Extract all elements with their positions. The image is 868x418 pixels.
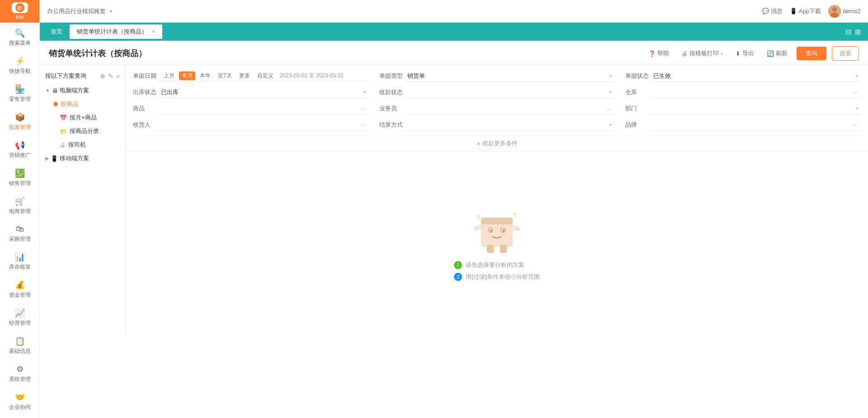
salesperson-dots-btn[interactable]: ···: [607, 105, 612, 112]
page-content: 销货单统计计表（按商品） ❓ 帮助 🖨 按模板打印 ▾ ⬇ 导出: [40, 41, 868, 418]
out-status-label: 出库状态: [133, 88, 158, 96]
edit-scheme-icon[interactable]: ✎: [108, 72, 113, 80]
out-status-select[interactable]: 已出库 ▾: [158, 86, 368, 98]
by-printer-label: 按司机: [68, 141, 86, 149]
date-custom-btn[interactable]: 自定义: [255, 71, 276, 80]
message-label: 消息: [771, 7, 783, 15]
tree-item-by-product[interactable]: 按商品: [40, 97, 125, 111]
logo-area: 好 标账: [0, 0, 39, 23]
sidebar-item-marketing-label: 营销推广: [9, 152, 31, 159]
tree-mobile-solution[interactable]: ▶ 📱 移动端方案: [40, 152, 125, 165]
sidebar-item-ecommerce-label: 电商管理: [9, 208, 31, 215]
empty-tip-2: 2 用[过滤]条件来缩小分析范围: [454, 273, 539, 281]
collapse-panel-icon[interactable]: «: [116, 72, 120, 80]
settings-btn[interactable]: 设置: [832, 46, 859, 61]
settlement-select[interactable]: ▾: [405, 119, 615, 131]
department-select[interactable]: ▾: [651, 103, 861, 114]
doc-status-select[interactable]: 已生效 ▾: [651, 70, 861, 82]
sidebar-item-inventory[interactable]: 📊 库存核算: [0, 247, 39, 275]
query-btn[interactable]: 查询: [797, 47, 826, 60]
brand-dots-btn[interactable]: ···: [853, 121, 858, 128]
tab-active[interactable]: 销货单统计计表（按商品） ×: [70, 24, 162, 39]
collapse-bar[interactable]: ∧ 收起更多条件: [133, 135, 861, 151]
date-range-display: 2023-03-01 至 2023-03-31: [280, 72, 344, 80]
sidebar-item-finance[interactable]: 💰 资金管理: [0, 275, 39, 303]
sidebar-item-search[interactable]: 🔍 搜索菜单: [0, 23, 39, 51]
svg-point-11: [490, 230, 491, 232]
help-btn[interactable]: ❓ 帮助: [645, 48, 673, 59]
receipt-status-select[interactable]: ▾: [405, 86, 615, 98]
workspace-dropdown-icon[interactable]: ▾: [109, 8, 113, 14]
sidebar-item-system[interactable]: ⚙ 系统管理: [0, 359, 39, 387]
filter-panel-actions: ⊕ ✎ «: [100, 72, 120, 80]
by-printer-icon: 🖨: [60, 142, 66, 148]
recipient-dots-btn[interactable]: ···: [360, 121, 366, 128]
empty-illustration: ? ? ✦ ✦: [470, 200, 524, 254]
export-btn[interactable]: ⬇ 导出: [732, 48, 758, 59]
svg-text:?: ?: [476, 214, 480, 221]
tab-expand-icon[interactable]: ⊞: [855, 28, 861, 36]
product-dots-btn[interactable]: ···: [360, 105, 366, 112]
date-this-year-btn[interactable]: 本年: [197, 71, 213, 80]
doc-type-dropdown-icon: ▾: [609, 73, 612, 78]
logo-text: 标账: [15, 14, 24, 20]
doc-type-select[interactable]: 销货单 ▾: [405, 70, 615, 82]
brand-select[interactable]: ···: [651, 119, 861, 131]
svg-point-3: [832, 7, 837, 12]
warehouse-select[interactable]: ···: [651, 86, 861, 98]
tab-close-icon[interactable]: ×: [152, 28, 155, 35]
refresh-btn[interactable]: 🔄 刷新: [763, 48, 791, 59]
template-print-btn[interactable]: 🖨 按模板打印 ▾: [678, 48, 726, 59]
tab-home[interactable]: 首页: [43, 24, 70, 39]
tree-item-by-month-product[interactable]: 📅 按月+商品: [40, 111, 125, 124]
refresh-label: 刷新: [776, 49, 788, 57]
message-btn[interactable]: 💬 消息: [762, 7, 783, 15]
warehouse-dots-btn[interactable]: ···: [853, 89, 858, 96]
add-scheme-icon[interactable]: ⊕: [100, 72, 105, 80]
tree-item-by-printer[interactable]: 🖨 按司机: [40, 138, 125, 152]
by-month-icon: 📅: [60, 114, 67, 121]
sidebar-item-operations[interactable]: 📈 经营管理: [0, 303, 39, 331]
base-icon: 📋: [15, 336, 25, 346]
tree-expand-icon: ▼: [45, 88, 50, 93]
tip-dot-1: 1: [454, 261, 462, 269]
sidebar-item-sales[interactable]: 💹 销售管理: [0, 163, 39, 191]
date-last7-btn[interactable]: 近7天: [215, 71, 235, 80]
sidebar-item-retail[interactable]: 🏪 零售管理: [0, 79, 39, 107]
date-more-btn[interactable]: 更多: [236, 71, 253, 80]
sidebar-item-enterprise[interactable]: 🤝 企业协同: [0, 387, 39, 415]
tab-bar: 首页 销货单统计计表（按商品） × ⊟ ⊞: [40, 23, 868, 41]
app-download-icon: 📱: [790, 8, 797, 14]
sidebar-item-quicknav[interactable]: ⚡ 快捷导航: [0, 51, 39, 79]
main-wrap: 办公用品行业模拟账套 ▾ 💬 消息 📱 App下载 demo2 首页: [40, 0, 868, 418]
product-select[interactable]: ···: [158, 103, 368, 114]
sidebar-item-marketing[interactable]: 📢 营销推广: [0, 135, 39, 163]
sidebar-item-ecommerce[interactable]: 🛒 电商管理: [0, 191, 39, 219]
sidebar-item-base[interactable]: 📋 基础信息: [0, 331, 39, 359]
user-area[interactable]: demo2: [828, 5, 861, 18]
doc-status-label: 单据状态: [625, 72, 651, 80]
tab-minimize-icon[interactable]: ⊟: [845, 28, 851, 36]
enterprise-icon: 🤝: [15, 392, 25, 402]
recipient-select[interactable]: ···: [158, 119, 368, 131]
ecommerce-icon: 🛒: [15, 196, 25, 206]
receipt-status-label: 收款状态: [379, 88, 405, 96]
sidebar-item-system-label: 系统管理: [9, 375, 31, 383]
tree-item-by-category[interactable]: 📁 按商品分类: [40, 124, 125, 138]
sidebar-item-guide[interactable]: 🎯 新手引导: [0, 415, 39, 418]
collapse-label: 收起更多条件: [482, 139, 518, 147]
sidebar-item-wholesale[interactable]: 📦 批发管理: [0, 107, 39, 135]
tip-dot-2: 2: [454, 273, 462, 281]
tree-pc-solution[interactable]: ▼ 🖥 电脑端方案: [40, 84, 125, 97]
sidebar-item-purchase[interactable]: 🛍 采购管理: [0, 219, 39, 247]
salesperson-label: 业务员: [379, 104, 405, 113]
app-download-btn[interactable]: 📱 App下载: [790, 7, 821, 15]
search-icon: 🔍: [15, 28, 25, 38]
date-last-month-btn[interactable]: 上月: [161, 71, 177, 80]
date-this-month-btn[interactable]: 本月: [179, 71, 195, 80]
salesperson-select[interactable]: ···: [405, 103, 615, 114]
help-icon: ❓: [648, 50, 656, 57]
empty-state: ? ? ✦ ✦ 1 请先选择要分析的方案: [454, 200, 539, 285]
svg-text:好: 好: [17, 5, 22, 10]
sidebar-item-sales-label: 销售管理: [9, 180, 31, 187]
